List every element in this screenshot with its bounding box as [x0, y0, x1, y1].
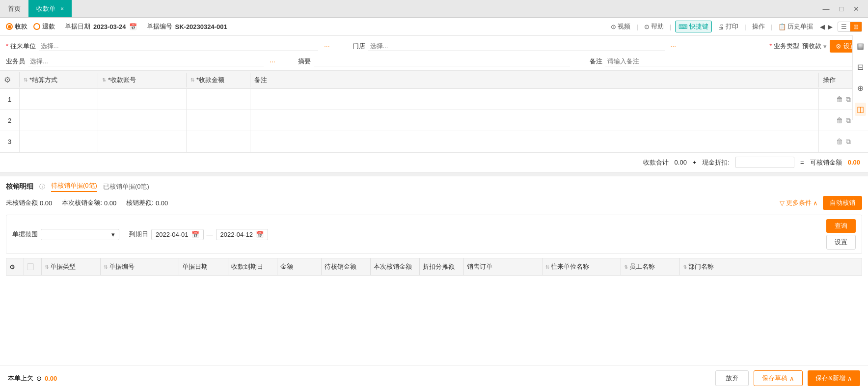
shortcut-icon: ⌨	[678, 23, 688, 30]
td-row-2-note[interactable]	[250, 110, 819, 131]
bth-gear[interactable]: ⚙	[6, 258, 24, 275]
layout-btns: ☰ ⊞	[838, 22, 862, 32]
tab-home[interactable]: 首页	[0, 0, 28, 17]
sep4: |	[771, 23, 772, 30]
td-row-1-account[interactable]	[98, 89, 187, 110]
panel-attach-icon[interactable]: ⊕	[855, 82, 866, 95]
panel-table-icon[interactable]: ▦	[855, 39, 866, 53]
bottom-table-header: ⚙ ⇅ 单据类型 ⇅ 单据编号 单据日期	[6, 258, 862, 276]
main-wrapper: 收款 退款 单据日期 2023-03-24 📅 单据编号 SK-20230324…	[0, 18, 868, 391]
bth-type: ⇅ 单据类型	[42, 258, 101, 275]
save-draft-button[interactable]: 保存草稿 ∧	[754, 370, 803, 386]
counterpart-input[interactable]	[39, 41, 318, 51]
td-row-1-note[interactable]	[250, 89, 819, 110]
dash-label: —	[207, 231, 213, 238]
td-row-2-settlement[interactable]	[20, 110, 98, 131]
date-label: 单据日期	[65, 22, 90, 31]
layout-list-btn[interactable]: ☰	[838, 22, 850, 31]
filter-settings-button[interactable]: 设置	[826, 235, 856, 250]
table-settings-icon[interactable]: ⚙	[4, 75, 11, 84]
counterpart-field: * 往来单位 ···	[6, 41, 333, 51]
store-more-btn[interactable]: ···	[668, 42, 679, 50]
unverified-value: 0.00	[40, 199, 52, 207]
copy-icon-row2[interactable]: ⧉	[846, 116, 851, 125]
staff-input[interactable]	[28, 56, 264, 66]
window-min-button[interactable]: —	[820, 4, 833, 14]
delete-icon-row1[interactable]: 🗑	[836, 95, 843, 103]
store-input[interactable]	[368, 41, 665, 51]
panel-list-icon[interactable]: ⊟	[855, 60, 866, 74]
td-row-1-num: 1	[0, 89, 20, 110]
bth-counterpart: ⇅ 往来单位名称	[542, 258, 621, 275]
print-btn[interactable]: 🖨 打印	[716, 21, 740, 32]
prev-arrow[interactable]: ◀	[819, 22, 826, 31]
staff-more-btn[interactable]: ···	[267, 57, 278, 65]
info-circle-icon[interactable]: ⊙	[36, 375, 42, 382]
abandon-button[interactable]: 放弃	[715, 370, 749, 386]
delete-icon-row3[interactable]: 🗑	[836, 138, 843, 145]
gear-icon: ⚙	[836, 43, 841, 50]
td-row-1-settlement[interactable]	[20, 89, 98, 110]
td-row-3-account[interactable]	[98, 131, 187, 152]
video-btn[interactable]: ⊙ 视频	[609, 21, 632, 32]
receipt-radio-circle	[6, 23, 13, 30]
td-row-2-amount[interactable]	[187, 110, 250, 131]
verifiable-label: 可核销金额	[810, 158, 842, 167]
staff-label: 业务员	[6, 57, 25, 66]
select-all-checkbox[interactable]	[27, 263, 34, 270]
table-row: 3 🗑 ⧉	[0, 131, 868, 152]
help-btn[interactable]: ⊙ 帮助	[642, 21, 666, 32]
section-header: 核销明细 ⓘ 待核销单据(0笔) 已核销单据(0笔)	[6, 181, 862, 192]
layout-grid-btn[interactable]: ⊞	[850, 22, 862, 31]
td-row-2-account[interactable]	[98, 110, 187, 131]
receipt-radio[interactable]: 收款	[6, 22, 27, 31]
next-arrow[interactable]: ▶	[827, 22, 834, 31]
more-conditions-btn[interactable]: ▽ 更多条件 ∧	[780, 198, 818, 207]
copy-icon-row3[interactable]: ⧉	[846, 138, 851, 146]
save-new-arrow-icon: ∧	[847, 375, 852, 382]
query-button[interactable]: 查询	[826, 219, 856, 233]
store-label: 门店	[353, 42, 365, 51]
window-close-button[interactable]: ✕	[850, 4, 862, 14]
calendar-icon[interactable]: 📅	[129, 23, 137, 30]
copy-icon-row1[interactable]: ⧉	[846, 95, 851, 104]
diff-label: 核销差额:	[126, 198, 154, 207]
discount-input[interactable]	[735, 157, 794, 168]
bottom-footer: 本单上欠 ⊙ 0.00 放弃 保存草稿 ∧ 保存&新增 ∧	[0, 365, 868, 391]
bth-number: ⇅ 单据编号	[101, 258, 179, 275]
tab-close-icon[interactable]: ×	[60, 5, 64, 12]
td-row-1-amount[interactable]	[187, 89, 250, 110]
note-input[interactable]	[605, 56, 862, 66]
table-header: ⚙ ⇅ *结算方式 ⇅ *收款账号 ⇅ *收款金额 备注 操	[0, 71, 868, 89]
panel-expand-icon[interactable]: ◫	[855, 103, 866, 116]
pending-tab[interactable]: 待核销单据(0笔)	[51, 181, 97, 192]
td-row-3-note[interactable]	[250, 131, 819, 152]
counterpart-more-btn[interactable]: ···	[321, 42, 333, 50]
summary-field: 摘要	[298, 56, 570, 66]
tab-home-label: 首页	[8, 4, 21, 13]
summary-input[interactable]	[314, 56, 570, 66]
business-type-select[interactable]: 预收款 ▾	[802, 42, 827, 51]
save-new-button[interactable]: 保存&新增 ∧	[808, 370, 860, 386]
tab-receipt[interactable]: 收款单 ×	[28, 0, 72, 17]
nav-arrows: ◀ ▶	[819, 22, 834, 31]
bth-dept: ⇅ 部门名称	[680, 258, 739, 275]
range-select[interactable]: ▾	[41, 229, 119, 240]
note-field: 备注	[590, 56, 862, 66]
info-icon[interactable]: ⓘ	[39, 183, 45, 191]
history-btn[interactable]: 📋 历史单据	[776, 21, 815, 32]
window-max-button[interactable]: □	[837, 4, 846, 14]
shortcut-btn[interactable]: ⌨ 快捷键	[675, 21, 712, 32]
date-from-input[interactable]: 2022-04-01 📅	[151, 229, 204, 240]
date-to-input[interactable]: 2022-04-12 📅	[216, 229, 269, 240]
delete-icon-row2[interactable]: 🗑	[836, 116, 843, 124]
operation-btn[interactable]: 操作	[750, 21, 767, 32]
auto-verify-button[interactable]: 自动核销	[823, 196, 862, 210]
done-tab[interactable]: 已核销单据(0笔)	[103, 182, 149, 191]
td-row-3-settlement[interactable]	[20, 131, 98, 152]
refund-radio[interactable]: 退款	[33, 22, 55, 31]
video-icon: ⊙	[611, 23, 616, 30]
receipt-radio-label: 收款	[15, 22, 27, 31]
plus-sign: +	[693, 159, 697, 166]
td-row-3-amount[interactable]	[187, 131, 250, 152]
